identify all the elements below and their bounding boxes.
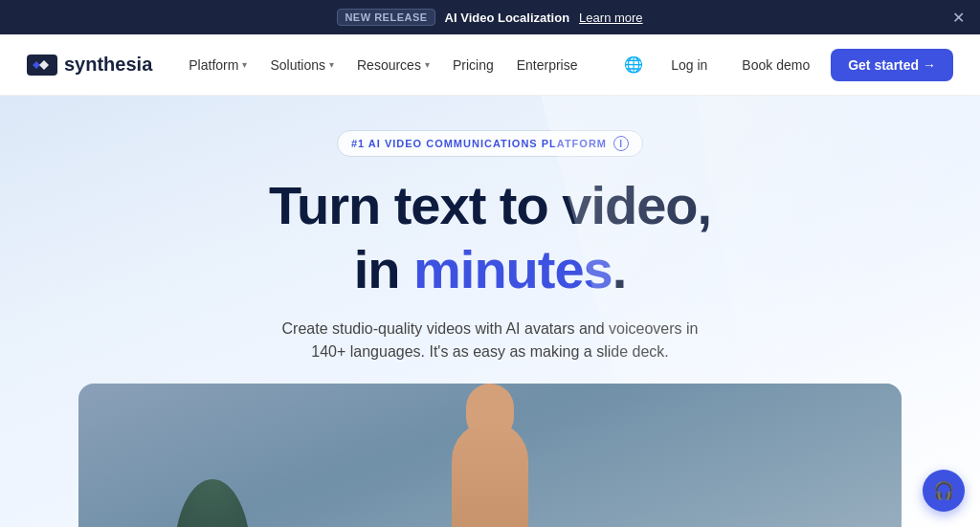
nav-label-enterprise: Enterprise <box>517 57 578 73</box>
hero-title-normal: in <box>354 239 413 299</box>
hero-title-line1: Turn text to video, <box>19 176 961 235</box>
hero-subtitle: Create studio-quality videos with AI ava… <box>270 318 710 363</box>
avatar-figure <box>442 403 538 527</box>
solutions-chevron-icon: ▾ <box>329 59 334 70</box>
resources-chevron-icon: ▾ <box>425 59 430 70</box>
nav-item-resources[interactable]: Resources ▾ <box>347 52 439 78</box>
video-preview: 🔇 <box>78 384 902 527</box>
logo-text: synthesia <box>64 54 152 76</box>
nav-item-enterprise[interactable]: Enterprise <box>507 52 588 78</box>
navbar-right: 🌐 Log in Book demo Get started → <box>617 49 953 81</box>
hero-badge: #1 AI VIDEO COMMUNICATIONS PLATFORM i <box>337 130 643 157</box>
hero-title-highlight: minutes <box>413 239 612 299</box>
hero-title-punctuation: . <box>612 239 627 299</box>
nav-item-pricing[interactable]: Pricing <box>443 52 503 78</box>
logo-icon <box>27 55 57 76</box>
globe-icon: 🌐 <box>624 55 643 74</box>
get-started-button[interactable]: Get started → <box>831 49 953 81</box>
announcement-title: AI Video Localization <box>445 11 570 25</box>
video-preview-inner: 🔇 <box>78 384 902 527</box>
announcement-bar: NEW RELEASE AI Video Localization Learn … <box>0 0 980 34</box>
headphones-icon: 🎧 <box>933 480 954 501</box>
hero-title-line2: in minutes. <box>19 239 961 300</box>
login-button[interactable]: Log in <box>657 51 721 79</box>
book-demo-button[interactable]: Book demo <box>728 51 823 79</box>
support-bubble-button[interactable]: 🎧 <box>923 470 965 512</box>
platform-chevron-icon: ▾ <box>242 59 247 70</box>
navbar: synthesia Platform ▾ Solutions ▾ Resourc… <box>0 34 980 96</box>
hero-section: #1 AI VIDEO COMMUNICATIONS PLATFORM i Tu… <box>0 96 980 527</box>
info-icon[interactable]: i <box>613 136 629 151</box>
globe-button[interactable]: 🌐 <box>617 49 650 81</box>
learn-more-link[interactable]: Learn more <box>579 11 642 25</box>
nav-item-solutions[interactable]: Solutions ▾ <box>260 52 344 78</box>
nav-label-platform: Platform <box>189 57 238 73</box>
navbar-nav: Platform ▾ Solutions ▾ Resources ▾ Prici… <box>179 52 617 78</box>
logo[interactable]: synthesia <box>27 54 152 76</box>
nav-label-pricing: Pricing <box>453 57 494 73</box>
nav-label-resources: Resources <box>357 57 421 73</box>
plant-decoration <box>155 403 270 527</box>
nav-item-platform[interactable]: Platform ▾ <box>179 52 256 78</box>
new-release-badge: NEW RELEASE <box>337 9 434 26</box>
announcement-close-button[interactable]: ✕ <box>952 9 965 27</box>
nav-label-solutions: Solutions <box>270 57 325 73</box>
hero-badge-text: #1 AI VIDEO COMMUNICATIONS PLATFORM <box>351 138 607 149</box>
avatar-body <box>452 422 528 527</box>
